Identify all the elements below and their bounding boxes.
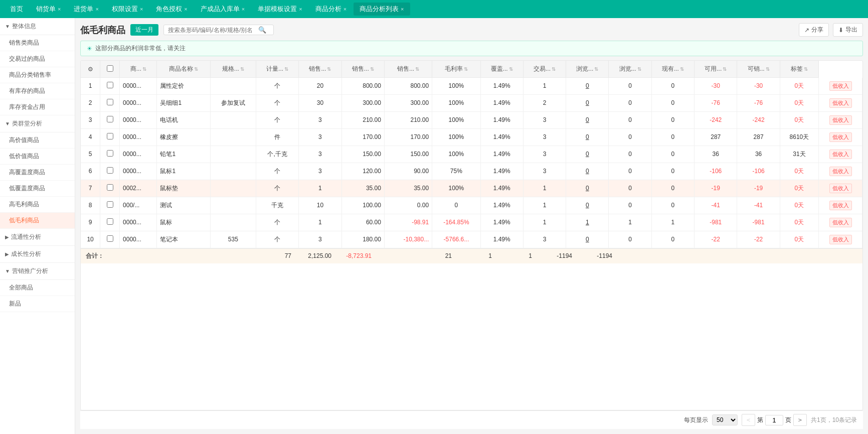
select-all-checkbox[interactable]	[107, 65, 113, 72]
share-button[interactable]: ↗ 分享	[799, 23, 829, 37]
nav-sales[interactable]: 销货单×	[30, 3, 67, 16]
col-qty[interactable]: 销售...⇅	[299, 61, 341, 78]
col-trade[interactable]: 交易...⇅	[523, 61, 566, 78]
cell-name[interactable]: 橡皮擦	[157, 128, 210, 146]
filter-period-button[interactable]: 近一月	[130, 24, 158, 36]
cell-trade[interactable]: 0	[566, 146, 609, 163]
cell-code: 0000...	[120, 214, 157, 231]
cell-code: 0000...	[120, 78, 157, 95]
col-checkbox[interactable]	[100, 61, 120, 78]
col-code[interactable]: 商...⇅	[120, 61, 157, 78]
close-role-icon[interactable]: ×	[184, 6, 187, 12]
cell-profit: 0	[432, 197, 480, 214]
sidebar-item-capital[interactable]: 库存资金占用	[0, 99, 75, 115]
nav-permissions[interactable]: 权限设置×	[106, 3, 149, 16]
cell-name[interactable]: 笔记本	[157, 231, 210, 248]
cell-sellable: 31天	[780, 146, 818, 163]
cell-trade[interactable]: 0	[566, 78, 609, 95]
cell-checkbox[interactable]	[100, 180, 120, 197]
nav-role-auth[interactable]: 角色授权×	[150, 3, 193, 16]
close-purchase-icon[interactable]: ×	[95, 6, 98, 12]
sidebar-item-low-coverage[interactable]: 低覆盖度商品	[0, 181, 75, 197]
cell-trade[interactable]: 0	[566, 128, 609, 146]
sidebar-item-in-stock[interactable]: 有库存的商品	[0, 83, 75, 99]
cell-name[interactable]: 吴细细1	[157, 94, 210, 111]
cell-checkbox[interactable]	[100, 163, 120, 180]
search-input[interactable]	[168, 27, 258, 34]
sidebar-item-high-coverage[interactable]: 高覆盖度商品	[0, 165, 75, 181]
col-sales-amt[interactable]: 销售...⇅	[384, 61, 432, 78]
cell-checkbox[interactable]	[100, 231, 120, 248]
cell-name[interactable]: 鼠标1	[157, 163, 210, 180]
col-available[interactable]: 可用...⇅	[695, 61, 737, 78]
sidebar-item-new-products[interactable]: 新品	[0, 296, 75, 312]
close-sales-icon[interactable]: ×	[58, 6, 61, 12]
sidebar-item-high-value[interactable]: 高价值商品	[0, 132, 75, 149]
sidebar-item-low-value[interactable]: 低价值商品	[0, 149, 75, 165]
cell-checkbox[interactable]	[100, 94, 120, 111]
sidebar-item-category-rate[interactable]: 商品分类销售率	[0, 67, 75, 83]
col-sellable[interactable]: 可销...⇅	[737, 61, 780, 78]
col-name[interactable]: 商品名称⇅	[157, 61, 210, 78]
col-browse2[interactable]: 浏览...⇅	[609, 61, 651, 78]
close-list-icon[interactable]: ×	[401, 6, 404, 12]
cell-name[interactable]: 电话机	[157, 111, 210, 128]
col-coverage[interactable]: 覆盖...⇅	[480, 61, 523, 78]
cell-name[interactable]: 铅笔1	[157, 146, 210, 163]
cell-gross-rate: 1.49%	[480, 78, 523, 95]
sidebar-item-sales-products[interactable]: 销售类商品	[0, 35, 75, 51]
nav-product-analysis[interactable]: 商品分析×	[309, 3, 353, 16]
sidebar-item-low-margin[interactable]: 低毛利商品	[0, 213, 75, 229]
sidebar-group-growth-header[interactable]: ▶ 成长性分析	[0, 246, 75, 263]
close-finished-icon[interactable]: ×	[242, 6, 245, 12]
prev-page-button[interactable]: ＜	[742, 414, 755, 426]
col-browse1[interactable]: 浏览...⇅	[566, 61, 609, 78]
col-stock[interactable]: 现有...⇅	[651, 61, 694, 78]
cell-trade[interactable]: 0	[566, 163, 609, 180]
cell-name[interactable]: 属性定价	[157, 78, 210, 95]
sidebar-item-all-products[interactable]: 全部商品	[0, 280, 75, 296]
cell-checkbox[interactable]	[100, 78, 120, 95]
cell-checkbox[interactable]	[100, 111, 120, 128]
close-template-icon[interactable]: ×	[299, 6, 302, 12]
cell-no: 3	[81, 111, 100, 128]
sidebar-group-flow-header[interactable]: ▶ 流通性分析	[0, 229, 75, 246]
page-input[interactable]	[765, 415, 783, 425]
cell-trade[interactable]: 0	[566, 111, 609, 128]
cell-checkbox[interactable]	[100, 197, 120, 214]
close-analysis-icon[interactable]: ×	[343, 6, 346, 12]
export-button[interactable]: ⬇ 导出	[833, 23, 863, 37]
nav-template[interactable]: 单据模板设置×	[252, 3, 308, 16]
next-page-button[interactable]: ＞	[793, 414, 807, 426]
sidebar-group-cluster-header[interactable]: ▼ 类群堂分析	[0, 115, 75, 132]
col-price[interactable]: 销售...⇅	[341, 61, 384, 78]
cell-checkbox[interactable]	[100, 128, 120, 146]
cell-trade[interactable]: 0	[566, 197, 609, 214]
cell-name[interactable]: 鼠标垫	[157, 180, 210, 197]
sidebar-item-traded[interactable]: 交易过的商品	[0, 51, 75, 67]
sidebar-group-overall-header[interactable]: ▼ 整体信息	[0, 18, 75, 35]
nav-finished-goods[interactable]: 产成品入库单×	[195, 3, 251, 16]
cell-trade[interactable]: 0	[566, 94, 609, 111]
nav-home[interactable]: 首页	[4, 3, 29, 16]
col-settings[interactable]: ⚙	[81, 61, 100, 78]
close-permissions-icon[interactable]: ×	[140, 6, 143, 12]
sidebar-item-high-margin[interactable]: 高毛利商品	[0, 197, 75, 213]
main-layout: ▼ 整体信息 销售类商品 交易过的商品 商品分类销售率 有库存的商品 库存资金占…	[0, 18, 868, 434]
nav-purchase[interactable]: 进货单×	[68, 3, 104, 16]
nav-analysis-list[interactable]: 商品分析列表×	[354, 3, 410, 16]
cell-name[interactable]: 鼠标	[157, 214, 210, 231]
col-unit[interactable]: 计量...⇅	[256, 61, 298, 78]
cell-trade[interactable]: 0	[566, 180, 609, 197]
col-tag[interactable]: 标签⇅	[780, 61, 818, 78]
cell-name[interactable]: 测试	[157, 197, 210, 214]
cell-checkbox[interactable]	[100, 214, 120, 231]
cell-checkbox[interactable]	[100, 146, 120, 163]
per-page-select[interactable]: 50 20 100	[712, 414, 738, 425]
cell-trade[interactable]: 1	[566, 214, 609, 231]
cell-price: 150.00	[341, 146, 384, 163]
sidebar-group-marketing-header[interactable]: ▼ 营销推广分析	[0, 263, 75, 280]
cell-trade[interactable]: 0	[566, 231, 609, 248]
col-spec[interactable]: 规格...⇅	[210, 61, 256, 78]
col-gross-rate[interactable]: 毛利率⇅	[432, 61, 480, 78]
